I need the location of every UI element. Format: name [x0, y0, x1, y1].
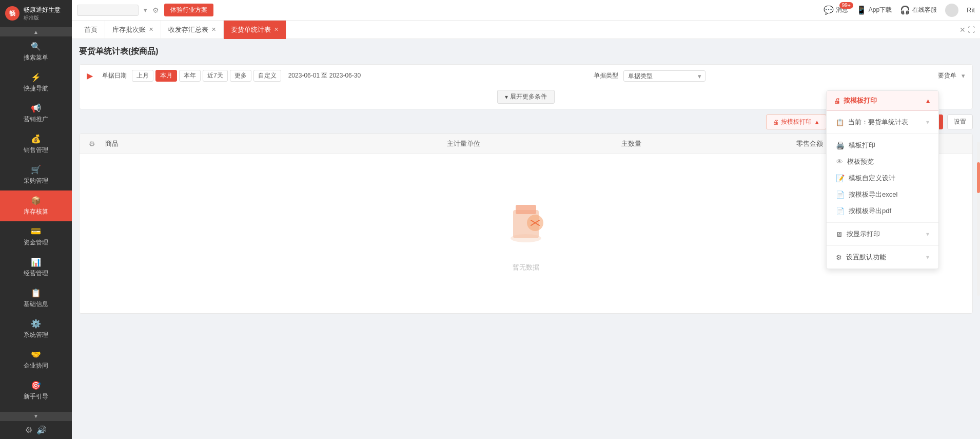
current-template-arrow: ▾	[926, 119, 929, 126]
expand-tab-icon[interactable]: ⛶	[968, 26, 975, 34]
tab-close-icon[interactable]: ✕	[274, 26, 279, 33]
sidebar-item-newguide[interactable]: 🎯新手引导	[0, 375, 72, 406]
page-title: 要货单统计表(按商品)	[79, 46, 973, 57]
tab-receivable_summary[interactable]: 收发存汇总表✕	[161, 21, 224, 39]
online-service-button[interactable]: 🎧 在线客服	[900, 5, 937, 15]
display-print-item[interactable]: 🖥 按显示打印 ▾	[827, 226, 938, 242]
current-template-item[interactable]: 📋 当前：要货单统计表 ▾	[827, 114, 938, 130]
printer-dropdown-icon: 🖨	[834, 97, 840, 105]
print-template-button[interactable]: 🖨 按模板打印 ▲	[766, 114, 827, 129]
filter-row-1: ▶ 单据日期 上月本月本年近7天更多自定义 2023-06-01 至 2023-…	[87, 70, 965, 82]
sidebar-item-label: 系统管理	[24, 331, 48, 339]
sidebar-bottom: ⚙ 🔊	[0, 421, 72, 439]
tabs-bar: 首页库存批次账✕收发存汇总表✕要货单统计表✕ ✕ ⛶	[72, 21, 980, 39]
topbar-right: 💬 消息 99+ 📱 App下载 🎧 在线客服 Rit	[824, 4, 975, 17]
tab-close-icon[interactable]: ✕	[211, 26, 216, 33]
tab-label: 要货单统计表	[231, 25, 271, 34]
chevron-down-icon: ▾	[505, 93, 508, 101]
sidebar-item-label: 搜索菜单	[24, 53, 48, 62]
date-range: 2023-06-01 至 2023-06-30	[288, 71, 361, 80]
purchase-icon: 🛒	[31, 165, 41, 175]
sidebar-item-enterprise[interactable]: 🤝企业协同	[0, 345, 72, 375]
sidebar-item-finance[interactable]: 💳资金管理	[0, 221, 72, 252]
template-print-icon: 🖨️	[836, 141, 845, 149]
tab-close-icon[interactable]: ✕	[149, 26, 153, 33]
export-excel-item[interactable]: 📄 按模板导出excel	[827, 186, 938, 203]
print-dropdown-title: 🖨 按模板打印	[834, 96, 877, 105]
sidebar-item-label: 采购管理	[24, 177, 48, 185]
experience-button[interactable]: 体验行业方案	[164, 4, 213, 16]
column-settings-icon[interactable]: ⚙	[85, 140, 101, 148]
tab-order_stats[interactable]: 要货单统计表✕	[224, 21, 286, 39]
sidebar-item-shortcut[interactable]: ⚡快捷导航	[0, 67, 72, 98]
date-btn-自定义[interactable]: 自定义	[253, 70, 281, 82]
template-print-item[interactable]: 🖨️ 模板打印	[827, 137, 938, 154]
template-preview-item[interactable]: 👁 模板预览	[827, 154, 938, 170]
finance-icon: 💳	[31, 226, 41, 236]
print-dropdown-header[interactable]: 🖨 按模板打印 ▲	[827, 91, 938, 111]
sales-icon: 💰	[31, 134, 41, 144]
topbar-dropdown-icon[interactable]: ▾	[144, 6, 147, 14]
page: 要货单统计表(按商品) ▶ 单据日期 上月本月本年近7天更多自定义 2023-0…	[72, 39, 980, 439]
export-pdf-item[interactable]: 📄 按模板导出pdf	[827, 203, 938, 219]
inventory-icon: 📦	[31, 196, 41, 205]
close-tab-icon[interactable]: ✕	[959, 26, 966, 34]
tab-label: 收发存汇总表	[168, 25, 208, 34]
set-default-item[interactable]: ⚙ 设置默认功能 ▾	[827, 249, 938, 265]
template-preview-icon: 👁	[836, 158, 843, 166]
scrollbar-track	[977, 142, 980, 296]
sidebar-item-system[interactable]: ⚙️系统管理	[0, 314, 72, 345]
sidebar-item-sales[interactable]: 💰销售管理	[0, 129, 72, 160]
dropdown-collapse-icon[interactable]: ▲	[925, 97, 931, 105]
date-btn-本年[interactable]: 本年	[179, 70, 201, 82]
settings-bottom-icon[interactable]: ⚙	[25, 425, 32, 435]
marketing-icon: 📢	[31, 103, 41, 113]
sidebar-item-purchase[interactable]: 🛒采购管理	[0, 160, 72, 190]
sidebar-item-search[interactable]: 🔍搜索菜单	[0, 36, 72, 67]
avatar[interactable]	[945, 4, 958, 17]
sidebar-nav: 🔍搜索菜单⚡快捷导航📢营销推广💰销售管理🛒采购管理📦库存核算💳资金管理📊经营管理…	[0, 36, 72, 412]
tab-label: 首页	[84, 25, 97, 34]
tab-resize-buttons[interactable]: ✕ ⛶	[959, 26, 975, 34]
extra-select-icon[interactable]: ▾	[962, 72, 965, 80]
tab-home[interactable]: 首页	[77, 21, 105, 39]
type-label: 单据类型	[594, 71, 618, 80]
sidebar-item-appstore[interactable]: 🔔应用中心	[0, 406, 72, 412]
type-select-wrap: 单据类型	[623, 70, 705, 82]
sidebar-item-basics[interactable]: 📋基础信息	[0, 283, 72, 314]
export-pdf-icon: 📄	[836, 207, 845, 215]
type-select[interactable]: 单据类型	[623, 70, 705, 82]
sidebar-item-inventory[interactable]: 📦库存核算	[0, 190, 72, 221]
tab-inventory_batch[interactable]: 库存批次账✕	[105, 21, 161, 39]
sidebar-item-label: 销售管理	[24, 146, 48, 155]
empty-text: 暂无数据	[513, 263, 539, 272]
message-badge: 99+	[839, 2, 853, 9]
sidebar-item-operations[interactable]: 📊经营管理	[0, 252, 72, 283]
filter-arrow-icon[interactable]: ▶	[87, 71, 93, 81]
date-btn-上月[interactable]: 上月	[132, 70, 153, 82]
message-button[interactable]: 💬 消息 99+	[824, 5, 848, 15]
print-dropdown: 🖨 按模板打印 ▲ 📋 当前：要货单统计表 ▾ 🖨️ 模板打印	[826, 90, 939, 269]
template-design-item[interactable]: 📝 模板自定义设计	[827, 170, 938, 186]
tab-label: 库存批次账	[112, 25, 146, 34]
main-content: ▾ ⚙ 体验行业方案 💬 消息 99+ 📱 App下载 🎧 在线客服 Rit 首…	[72, 0, 980, 439]
app-download-button[interactable]: 📱 App下载	[856, 5, 892, 15]
basics-icon: 📋	[31, 288, 41, 298]
topbar-gear-icon[interactable]: ⚙	[152, 6, 159, 14]
date-btn-本月[interactable]: 本月	[155, 70, 177, 82]
date-btn-近7天[interactable]: 近7天	[203, 70, 228, 82]
set-default-arrow: ▾	[926, 254, 929, 261]
display-print-section: 🖥 按显示打印 ▾	[827, 223, 938, 246]
scrollbar-thumb[interactable]	[977, 162, 980, 193]
sidebar-item-label: 库存核算	[24, 207, 48, 216]
system-icon: ⚙️	[31, 319, 41, 329]
sidebar-scroll-up[interactable]: ▲	[0, 28, 72, 36]
sidebar-scroll-down[interactable]: ▼	[0, 412, 72, 421]
volume-icon[interactable]: 🔊	[36, 425, 47, 435]
newguide-icon: 🎯	[31, 380, 41, 390]
sidebar-item-marketing[interactable]: 📢营销推广	[0, 98, 72, 129]
settings-button[interactable]: 设置	[947, 114, 973, 129]
expand-more-button[interactable]: ▾ 展开更多条件	[497, 90, 555, 104]
search-input[interactable]	[77, 5, 139, 16]
date-btn-更多[interactable]: 更多	[230, 70, 251, 82]
